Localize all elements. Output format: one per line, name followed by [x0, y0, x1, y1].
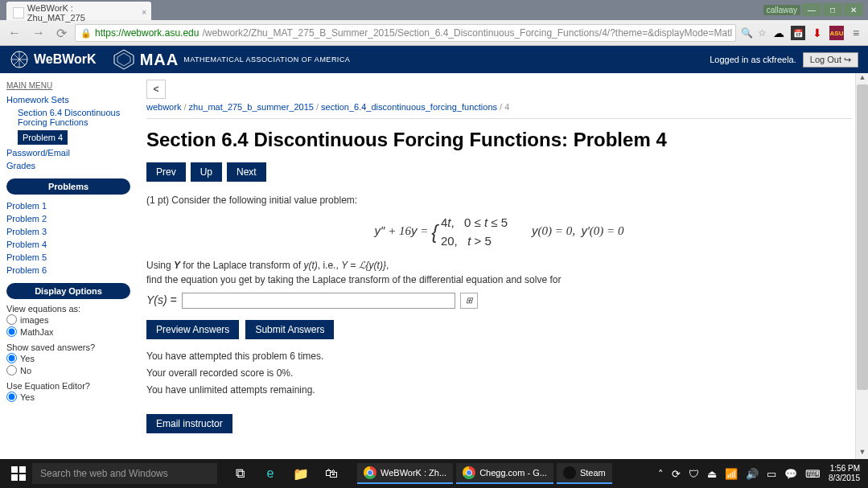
- prev-button[interactable]: Prev: [146, 162, 186, 182]
- menu-icon[interactable]: ≡: [849, 26, 863, 40]
- task-view-icon[interactable]: ⧉: [230, 464, 249, 483]
- maa-logo-block[interactable]: MAA MATHEMATICAL ASSOCIATION OF AMERICA: [113, 48, 351, 71]
- page-title: Section 6.4 Discontinuous Forcing Functi…: [146, 129, 852, 151]
- explorer-icon[interactable]: 📁: [291, 464, 311, 483]
- brand-text: WeBWorK: [34, 52, 97, 67]
- webwork-logo[interactable]: WeBWorK: [10, 50, 97, 69]
- sidebar-problem-6[interactable]: Problem 6: [6, 264, 130, 277]
- next-button[interactable]: Next: [227, 162, 266, 182]
- sidebar-section-link[interactable]: Section 6.4 Discontinuous Forcing Functi…: [18, 106, 130, 129]
- scroll-down-icon[interactable]: ▼: [856, 448, 868, 459]
- pinned-icons: ⧉ e 📁 🛍: [230, 464, 341, 483]
- ext-asu-icon[interactable]: ASU: [829, 26, 844, 40]
- maa-subtitle: MATHEMATICAL ASSOCIATION OF AMERICA: [183, 55, 350, 64]
- ys-label: Y(s) =: [146, 292, 177, 309]
- answer-input[interactable]: [182, 293, 455, 309]
- show-saved-yes[interactable]: Yes: [6, 352, 130, 364]
- tray-sync-icon[interactable]: ⟳: [672, 468, 681, 480]
- tray-network-icon[interactable]: ▭: [767, 468, 776, 480]
- crumb-section[interactable]: section_6.4_discontinuous_forcing_functi…: [321, 102, 497, 112]
- minimize-icon[interactable]: —: [802, 3, 821, 16]
- chrome-icon: [364, 466, 376, 479]
- star-icon[interactable]: ☆: [758, 27, 767, 39]
- browser-tab[interactable]: WeBWorK : Zhu_MAT_275 ×: [6, 2, 151, 20]
- system-tray: ˄ ⟳ 🛡 ⏏ 📶 🔊 ▭ 💬 ⌨ 1:56 PM 8/3/2015: [658, 464, 863, 483]
- logout-button[interactable]: Log Out ↪: [803, 52, 858, 68]
- tray-action-icon[interactable]: 💬: [784, 468, 797, 480]
- taskbar-search[interactable]: Search the web and Windows: [32, 463, 217, 484]
- sidebar-homework-sets[interactable]: Homework Sets: [6, 93, 130, 106]
- answer-actions: Preview Answers Submit Answers: [146, 320, 852, 339]
- url-field[interactable]: 🔒 https://webwork.asu.edu/webwork2/Zhu_M…: [75, 24, 736, 42]
- sidebar-password[interactable]: Password/Email: [6, 146, 130, 159]
- show-saved-no[interactable]: No: [6, 364, 130, 376]
- up-button[interactable]: Up: [191, 162, 222, 182]
- ext-cloud-icon[interactable]: ☁: [771, 26, 786, 40]
- svg-rect-5: [11, 474, 18, 481]
- problems-heading: Problems: [6, 178, 130, 195]
- taskbar-app-steam[interactable]: Steam: [557, 463, 612, 484]
- view-equations-label: View equations as:: [6, 304, 130, 314]
- maa-text: MAA: [140, 51, 179, 69]
- ext-cal-icon[interactable]: 📅: [791, 26, 805, 40]
- problem-line2: Using Y for the Laplace transform of y(t…: [146, 258, 852, 273]
- email-instructor-button[interactable]: Email instructor: [146, 414, 232, 433]
- url-host: https://webwork.asu.edu: [95, 27, 199, 39]
- tray-wifi-icon[interactable]: 📶: [725, 468, 738, 480]
- address-bar: ← → ⟳ 🔒 https://webwork.asu.edu/webwork2…: [0, 20, 868, 46]
- problem-intro: (1 pt) Consider the following initial va…: [146, 193, 852, 207]
- taskbar-clock[interactable]: 1:56 PM 8/3/2015: [829, 464, 863, 483]
- user-label: callaway: [763, 5, 800, 15]
- tray-volume-icon[interactable]: 🔊: [746, 468, 759, 480]
- scroll-up-icon[interactable]: ▲: [856, 73, 868, 84]
- tray-chevron-up-icon[interactable]: ˄: [658, 468, 664, 480]
- sidebar-problem-5[interactable]: Problem 5: [6, 251, 130, 264]
- tray-shield-icon[interactable]: 🛡: [689, 468, 699, 480]
- crumb-webwork[interactable]: webwork: [146, 102, 181, 112]
- equation-editor-yes[interactable]: Yes: [6, 391, 130, 403]
- status-remaining: You have unlimited attempts remaining.: [146, 383, 852, 397]
- scrollbar[interactable]: ▲ ▼: [855, 73, 868, 459]
- taskbar-app-chegg[interactable]: Chegg.com - G...: [456, 463, 553, 484]
- store-icon[interactable]: 🛍: [322, 464, 341, 483]
- reload-icon[interactable]: ⟳: [53, 26, 70, 41]
- sidebar-problem-2[interactable]: Problem 2: [6, 212, 130, 225]
- answer-row: Y(s) = ⊞: [146, 292, 852, 309]
- maa-icon: [113, 48, 135, 71]
- status-attempts: You have attempted this problem 6 times.: [146, 349, 852, 363]
- sidebar-grades[interactable]: Grades: [6, 159, 130, 172]
- close-window-icon[interactable]: ✕: [844, 3, 863, 16]
- close-icon[interactable]: ×: [142, 8, 146, 17]
- scroll-thumb[interactable]: [857, 84, 868, 390]
- content-area: < webwork / zhu_mat_275_b_summer_2015 / …: [137, 73, 868, 459]
- chrome-icon: [463, 466, 475, 479]
- back-button[interactable]: <: [146, 80, 166, 99]
- equation-editor-button[interactable]: ⊞: [460, 293, 478, 309]
- taskbar-app-webwork[interactable]: WeBWorK : Zh...: [357, 463, 453, 484]
- equation-display: y″ + 16y = { 4t, 0 ≤ t ≤ 520, t > 5 y(0)…: [146, 214, 852, 250]
- maximize-icon[interactable]: □: [823, 3, 842, 16]
- view-eq-images[interactable]: images: [6, 314, 130, 326]
- submit-answers-button[interactable]: Submit Answers: [245, 320, 334, 339]
- tray-keyboard-icon[interactable]: ⌨: [805, 468, 821, 480]
- crumb-course[interactable]: zhu_mat_275_b_summer_2015: [189, 102, 314, 112]
- sidebar-active-problem[interactable]: Problem 4: [18, 130, 68, 145]
- spider-icon: [10, 50, 29, 69]
- nav-back-icon[interactable]: ←: [5, 26, 24, 40]
- tray-eject-icon[interactable]: ⏏: [707, 468, 717, 480]
- ext-dl-icon[interactable]: ⬇: [810, 26, 825, 40]
- running-apps: WeBWorK : Zh... Chegg.com - G... Steam: [357, 463, 612, 484]
- nav-forward-icon[interactable]: →: [29, 26, 48, 40]
- view-eq-mathjax[interactable]: MathJax: [6, 326, 130, 338]
- sidebar-problem-1[interactable]: Problem 1: [6, 199, 130, 212]
- sidebar-problem-4[interactable]: Problem 4: [6, 238, 130, 251]
- start-button[interactable]: [5, 461, 32, 486]
- edge-icon[interactable]: e: [261, 464, 280, 483]
- sidebar-problem-3[interactable]: Problem 3: [6, 225, 130, 238]
- logged-in-text: Logged in as ckfreela.: [710, 55, 796, 64]
- steam-icon: [563, 466, 576, 479]
- header-right: Logged in as ckfreela. Log Out ↪: [710, 52, 858, 68]
- preview-answers-button[interactable]: Preview Answers: [146, 320, 239, 339]
- zoom-icon[interactable]: 🔍: [741, 27, 753, 39]
- app-header: WeBWorK MAA MATHEMATICAL ASSOCIATION OF …: [0, 46, 868, 73]
